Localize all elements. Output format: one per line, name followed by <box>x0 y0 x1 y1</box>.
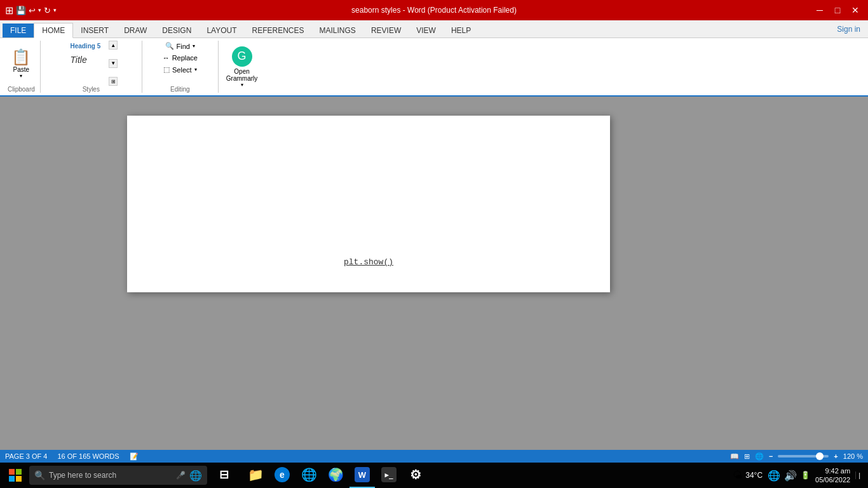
system-tray: 🌐 🔊 🔋 <box>768 470 810 482</box>
styles-expand[interactable]: ⊞ <box>109 77 118 86</box>
style-heading5[interactable]: Heading 5 <box>64 41 106 51</box>
taskbar: 🔍 Type here to search 🎤 🌐 ⊟ 📁 e 🌐 🌍 W ▶_… <box>0 463 868 488</box>
zoom-thumb <box>816 452 824 460</box>
find-dropdown-icon: ▾ <box>193 43 195 49</box>
grammarly-dropdown-icon: ▾ <box>241 82 243 88</box>
plt-show-text: plt.show() <box>344 257 393 267</box>
taskbar-app-explorer[interactable]: 📁 <box>243 463 268 488</box>
replace-button[interactable]: ↔ Replace <box>160 53 200 63</box>
web-icon[interactable]: 🌐 <box>755 452 764 461</box>
styles-items: Heading 5 Title ▲ ▼ ⊞ <box>64 41 118 86</box>
tab-mailings[interactable]: MAILINGS <box>312 24 363 37</box>
windows-start-icon <box>9 469 22 482</box>
zoom-minus[interactable]: − <box>769 452 773 460</box>
word-icon: W <box>355 467 370 482</box>
styles-group: Heading 5 Title ▲ ▼ ⊞ Styles <box>41 41 142 93</box>
tab-review[interactable]: REVIEW <box>363 24 409 37</box>
clipboard-group: 📋 Paste ▾ Clipboard <box>3 41 41 93</box>
taskbar-task-view[interactable]: ⊟ <box>211 463 236 488</box>
tab-home[interactable]: HOME <box>34 23 73 38</box>
undo-dropdown[interactable]: ▾ <box>38 7 41 13</box>
temp-label: 34°C <box>745 471 763 480</box>
select-icon: ⬚ <box>163 65 170 74</box>
word-page: plt.show() <box>127 116 610 292</box>
grammarly-open-label: Open <box>234 68 249 75</box>
explorer-icon: 📁 <box>248 467 263 482</box>
undo-icon[interactable]: ↩ <box>29 6 36 15</box>
taskbar-app-chrome-alt[interactable]: 🌐 <box>296 463 322 488</box>
redo-icon[interactable]: ↻ <box>44 6 51 15</box>
search-placeholder: Type here to search <box>49 471 116 480</box>
network-tray-icon[interactable]: 🌐 <box>768 470 780 482</box>
word-count: 16 OF 165 WORDS <box>57 452 119 460</box>
maximize-button[interactable]: □ <box>830 3 845 18</box>
show-desktop[interactable]: | <box>855 471 860 479</box>
page-info: PAGE 3 OF 4 <box>5 452 47 460</box>
quick-access-toolbar: ⊞ 💾 ↩ ▾ ↻ ▾ <box>0 0 62 20</box>
tab-draw[interactable]: DRAW <box>116 24 154 37</box>
terminal-icon: ▶_ <box>381 467 397 482</box>
editing-items: 🔍 Find ▾ ↔ Replace ⬚ Select ▾ <box>160 41 200 86</box>
zoom-plus[interactable]: + <box>834 452 837 460</box>
settings-icon: ⚙ <box>408 467 423 482</box>
tab-insert[interactable]: INSERT <box>73 24 116 37</box>
edge-icon: e <box>275 467 290 482</box>
styles-up[interactable]: ▲ <box>109 41 118 50</box>
layout-icon[interactable]: ⊞ <box>744 452 750 461</box>
paste-button[interactable]: 📋 Paste ▾ <box>11 48 31 79</box>
bing-icon: 🌐 <box>189 470 202 482</box>
sign-in-area: Sign in <box>741 20 868 38</box>
tab-view[interactable]: VIEW <box>409 24 444 37</box>
select-button[interactable]: ⬚ Select ▾ <box>161 64 200 75</box>
style-title[interactable]: Title <box>64 53 106 67</box>
status-bar: PAGE 3 OF 4 16 OF 165 WORDS 📝 📖 ⊞ 🌐 − + … <box>0 450 868 463</box>
taskbar-app-terminal[interactable]: ▶_ <box>376 463 402 488</box>
weather-widget[interactable]: 🌤 34°C <box>733 470 763 481</box>
start-button[interactable] <box>3 463 28 488</box>
grammarly-icon: G <box>232 46 252 67</box>
taskbar-apps: 📁 e 🌐 🌍 W ▶_ ⚙ <box>243 463 428 488</box>
sign-in-button[interactable]: Sign in <box>837 25 860 34</box>
grammarly-button[interactable]: G Open Grammarly ▾ <box>219 44 265 90</box>
minimize-button[interactable]: ─ <box>812 3 827 18</box>
styles-down[interactable]: ▼ <box>109 59 118 68</box>
tab-design[interactable]: DESIGN <box>154 24 199 37</box>
word-background: plt.show() <box>0 97 868 450</box>
search-icon: 🔍 <box>34 470 45 480</box>
binoculars-icon: 🔍 <box>165 42 174 50</box>
ribbon-tabs: FILE HOME INSERT DRAW DESIGN LAYOUT REFE… <box>0 20 741 38</box>
track-changes-icon[interactable]: 📝 <box>130 452 139 461</box>
battery-tray-icon[interactable]: 🔋 <box>801 471 810 480</box>
save-icon[interactable]: 💾 <box>16 6 26 15</box>
title-bar-controls: ─ □ ✕ <box>812 3 863 18</box>
clipboard-items: 📋 Paste ▾ <box>11 41 31 86</box>
close-button[interactable]: ✕ <box>848 3 863 18</box>
tab-file[interactable]: FILE <box>3 24 34 37</box>
taskbar-app-chrome[interactable]: 🌍 <box>323 463 348 488</box>
find-button[interactable]: 🔍 Find ▾ <box>163 41 198 51</box>
customize-icon[interactable]: ▾ <box>53 7 57 13</box>
styles-scroll: ▲ ▼ ⊞ <box>109 41 118 86</box>
clock[interactable]: 9:42 am 05/06/2022 <box>815 466 850 485</box>
tab-help[interactable]: HELP <box>444 24 478 37</box>
clock-date: 05/06/2022 <box>815 475 850 484</box>
editing-label: Editing <box>170 86 190 93</box>
replace-icon: ↔ <box>163 54 170 62</box>
tab-references[interactable]: REFERENCES <box>245 24 312 37</box>
zoom-level: 120 % <box>843 452 863 460</box>
view-icon[interactable]: 📖 <box>730 452 739 461</box>
windows-icon: ⊞ <box>5 4 13 17</box>
taskbar-app-word[interactable]: W <box>349 463 375 488</box>
window-title: seaborn styles - Word (Product Activatio… <box>351 6 517 15</box>
volume-tray-icon[interactable]: 🔊 <box>784 470 797 482</box>
tab-layout[interactable]: LAYOUT <box>199 24 244 37</box>
styles-label: Styles <box>83 86 100 93</box>
chrome-alt-icon: 🌐 <box>301 467 316 482</box>
search-bar[interactable]: 🔍 Type here to search 🎤 🌐 <box>29 466 207 485</box>
zoom-slider[interactable] <box>778 455 829 458</box>
status-right: 📖 ⊞ 🌐 − + 120 % <box>730 452 863 461</box>
clock-time: 9:42 am <box>825 466 850 475</box>
cortana-icon: 🎤 <box>176 471 186 480</box>
taskbar-app-settings[interactable]: ⚙ <box>403 463 428 488</box>
taskbar-app-edge[interactable]: e <box>269 463 295 488</box>
